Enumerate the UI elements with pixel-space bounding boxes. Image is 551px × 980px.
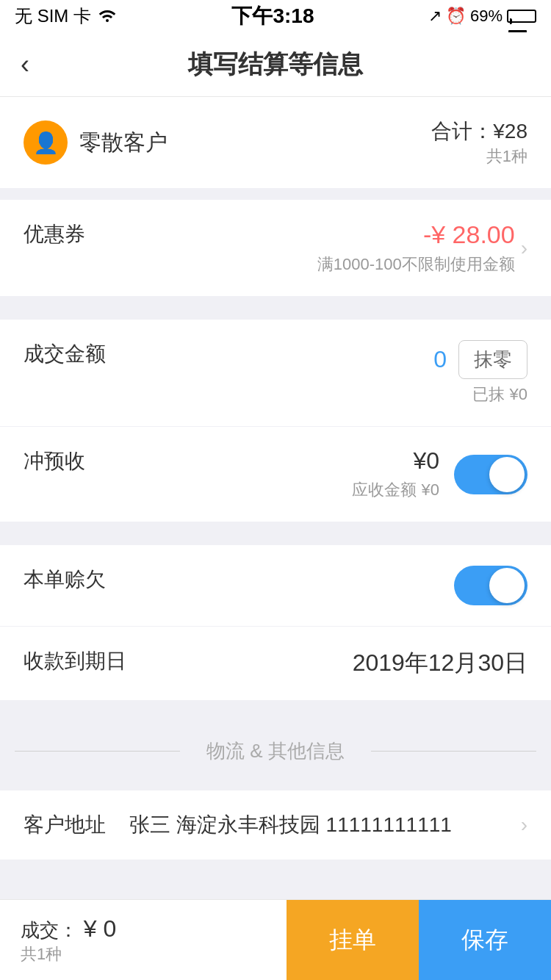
bottom-info: 成交： ¥ 0 共1种	[0, 900, 287, 980]
alarm-icon: ⏰	[446, 7, 466, 26]
divider-3	[0, 712, 551, 724]
prepay-value-wrap: ¥0 应收金额 ¥0	[352, 447, 439, 501]
back-button[interactable]: ‹	[21, 49, 29, 80]
avatar-icon: 👤	[33, 131, 59, 155]
deal-value-wrap: 0 抹零 已抹 ¥0	[433, 340, 527, 406]
prepay-toggle-wrap	[454, 455, 527, 494]
hold-button-label: 挂单	[329, 924, 376, 956]
deal-amount[interactable]: 0	[433, 346, 447, 373]
address-label: 客户地址	[24, 811, 106, 839]
coupon-section: 优惠券 -¥ 28.00 满1000-100不限制使用金额 ›	[0, 200, 551, 296]
prepay-sub: 应收金额 ¥0	[352, 479, 439, 501]
address-chevron: ›	[521, 813, 527, 837]
due-date-value[interactable]: 2019年12月30日	[353, 647, 527, 680]
coupon-chevron: ›	[521, 237, 527, 260]
carrier-label: 无 SIM 卡	[15, 4, 91, 28]
debt-toggle-knob	[489, 568, 525, 603]
wifi-icon	[97, 6, 118, 26]
due-date-label: 收款到期日	[24, 647, 126, 675]
customer-info: 👤 零散客户	[24, 120, 168, 165]
nav-bar: ‹ 填写结算等信息	[0, 32, 551, 97]
coupon-label: 优惠券	[24, 220, 112, 248]
divider-line-left	[15, 751, 180, 752]
round-button[interactable]: 抹零	[458, 340, 527, 379]
deal-row: 成交金额 0 抹零 已抹 ¥0	[0, 320, 551, 427]
total-count-label: 共1种	[431, 145, 527, 167]
page-title: 填写结算等信息	[188, 48, 363, 82]
avatar: 👤	[24, 120, 68, 165]
debt-section: 本单赊欠 收款到期日 2019年12月30日	[0, 545, 551, 700]
status-left: 无 SIM 卡	[15, 4, 118, 28]
customer-total: 合计：¥28 共1种	[431, 118, 527, 167]
bottom-deal-amount: ¥ 0	[84, 915, 116, 942]
save-button[interactable]: 保存	[419, 900, 551, 980]
battery-icon	[507, 10, 536, 23]
divider-line-right	[371, 751, 536, 752]
logistics-divider: 物流 & 其他信息	[0, 724, 551, 779]
address-value: 张三 海淀永丰科技园 11111111111	[129, 811, 515, 839]
bottom-deal-label: 成交：	[21, 919, 78, 941]
customer-row: 👤 零散客户 合计：¥28 共1种	[0, 97, 551, 188]
debt-toggle-wrap	[454, 566, 527, 605]
status-bar: 无 SIM 卡 下午3:18 ↗ ⏰ 69%	[0, 0, 551, 32]
coupon-value: -¥ 28.00 满1000-100不限制使用金额	[317, 220, 515, 275]
total-amount-label: 合计：¥28	[431, 118, 527, 145]
bottom-bar: 成交： ¥ 0 共1种 挂单 保存	[0, 899, 551, 980]
debt-row: 本单赊欠	[0, 545, 551, 627]
debt-label: 本单赊欠	[24, 566, 112, 594]
divider-1	[0, 308, 551, 320]
debt-toggle[interactable]	[454, 566, 527, 605]
deal-input-row: 0 抹零	[433, 340, 527, 379]
toggle-knob	[489, 457, 525, 492]
coupon-row[interactable]: 优惠券 -¥ 28.00 满1000-100不限制使用金额 ›	[0, 200, 551, 296]
bottom-deal-row: 成交： ¥ 0	[21, 915, 266, 943]
battery-percentage: 69%	[470, 7, 503, 26]
deal-section: 成交金额 0 抹零 已抹 ¥0 冲预收 ¥0 应收金额 ¥0	[0, 320, 551, 522]
address-row[interactable]: 客户地址 张三 海淀永丰科技园 11111111111 ›	[0, 790, 551, 860]
due-date-row: 收款到期日 2019年12月30日	[0, 627, 551, 700]
prepay-row: 冲预收 ¥0 应收金额 ¥0	[0, 427, 551, 522]
location-icon: ↗	[428, 7, 442, 26]
prepay-amount: ¥0	[413, 447, 439, 475]
save-button-label: 保存	[461, 924, 508, 956]
coupon-desc: 满1000-100不限制使用金额	[317, 253, 515, 275]
divider-4	[0, 779, 551, 790]
status-right: ↗ ⏰ 69%	[428, 7, 536, 26]
prepay-label: 冲预收	[24, 447, 112, 475]
deal-label: 成交金额	[24, 340, 112, 368]
logistics-label: 物流 & 其他信息	[206, 738, 345, 764]
customer-name: 零散客户	[79, 128, 168, 158]
deal-rounded-label: 已抹 ¥0	[472, 383, 527, 406]
status-time: 下午3:18	[231, 2, 314, 30]
hold-button[interactable]: 挂单	[287, 900, 419, 980]
divider-2	[0, 533, 551, 545]
prepay-toggle[interactable]	[454, 455, 527, 494]
content-area: 👤 零散客户 合计：¥28 共1种 优惠券 -¥ 28.00 满1000-100…	[0, 97, 551, 948]
bottom-count: 共1种	[21, 943, 266, 965]
coupon-discount: -¥ 28.00	[423, 220, 515, 249]
